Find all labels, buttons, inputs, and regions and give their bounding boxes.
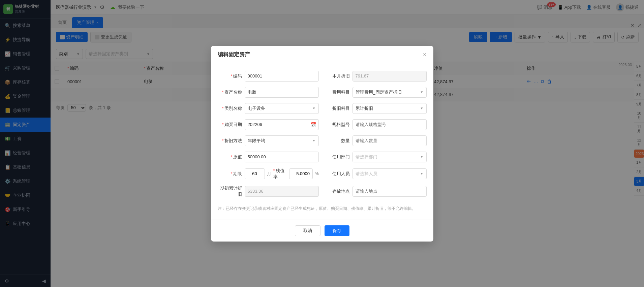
code-label: *编码: [218, 73, 245, 79]
spec-input[interactable]: [352, 119, 427, 130]
form-group-location: 存放地点: [326, 185, 427, 197]
category-label: *类别名称: [218, 105, 245, 111]
period-group: 月 *残值率 %: [245, 168, 319, 180]
category-select[interactable]: 电子设备 ▼: [245, 103, 319, 114]
category-arrow-icon: ▼: [312, 106, 316, 110]
user-arrow-icon: ▼: [420, 172, 424, 176]
modal-body: *编码 本月折旧 *资产名称 费用科目: [211, 64, 433, 220]
form-row-7: *期限 月 *残值率 % 使用人员 请选择人员: [218, 168, 427, 180]
dep-method-select[interactable]: 年限平均 ▼: [245, 135, 319, 146]
form-row-2: *资产名称 费用科目 管理费用_固定资产折旧 ▼: [218, 87, 427, 98]
department-label: 使用部门: [326, 154, 352, 160]
initial-accumulated-label: 期初累计折旧: [218, 185, 245, 197]
purchase-date-label: *购买日期: [218, 122, 245, 128]
modal-overlay: 编辑固定资产 × *编码 本月折旧: [0, 0, 644, 287]
period-input[interactable]: [245, 168, 265, 179]
dep-subject-label: 折旧科目: [326, 105, 352, 111]
form-group-asset-name: *资产名称: [218, 87, 319, 98]
form-group-original-value: *原值: [218, 152, 319, 162]
location-input[interactable]: [352, 186, 427, 197]
form-group-monthly-dep: 本月折旧: [326, 71, 427, 82]
residual-rate-input[interactable]: [289, 168, 313, 179]
dep-method-arrow-icon: ▼: [312, 139, 316, 142]
form-row-6: *原值 使用部门 请选择部门 ▼: [218, 152, 427, 162]
residual-unit: %: [315, 171, 319, 176]
modal-footer: 取消 保存: [211, 220, 433, 242]
purchase-date-wrapper: 📅: [245, 119, 319, 130]
user-label: 使用人员: [326, 171, 352, 177]
modal-title: 编辑固定资产: [218, 51, 250, 58]
purchase-date-input[interactable]: [245, 119, 319, 130]
form-group-dep-subject: 折旧科目 累计折旧 ▼: [326, 103, 427, 114]
department-arrow-icon: ▼: [420, 155, 424, 159]
form-group-quantity: 数量: [326, 135, 427, 146]
residual-rate-label: *残值率: [273, 168, 287, 180]
initial-accumulated-input: [245, 186, 319, 197]
form-group-purchase-date: *购买日期 📅: [218, 119, 319, 130]
form-group-dep-method: *折旧方法 年限平均 ▼: [218, 135, 319, 146]
form-group-department: 使用部门 请选择部门 ▼: [326, 152, 427, 162]
form-row-4: *购买日期 📅 规格型号: [218, 119, 427, 130]
form-row-3: *类别名称 电子设备 ▼ 折旧科目 累计折旧 ▼: [218, 103, 427, 114]
code-input[interactable]: [245, 71, 319, 82]
expense-subject-select[interactable]: 管理费用_固定资产折旧 ▼: [352, 87, 427, 98]
modal-note: 注：已经存在变更记录或者对应固定资产已经生成凭证，原值、购买日期、残值率、累计折…: [218, 203, 427, 213]
form-group-expense-subject: 费用科目 管理费用_固定资产折旧 ▼: [326, 87, 427, 98]
original-value-input[interactable]: [245, 152, 319, 162]
dep-subject-select[interactable]: 累计折旧 ▼: [352, 103, 427, 114]
form-group-category: *类别名称 电子设备 ▼: [218, 103, 319, 114]
monthly-dep-label: 本月折旧: [326, 73, 352, 79]
cancel-button[interactable]: 取消: [295, 225, 320, 236]
modal-header: 编辑固定资产 ×: [211, 46, 433, 64]
form-group-spec: 规格型号: [326, 119, 427, 130]
user-select[interactable]: 请选择人员 ▼: [352, 168, 427, 179]
form-row-5: *折旧方法 年限平均 ▼ 数量: [218, 135, 427, 146]
expense-subject-arrow-icon: ▼: [420, 90, 424, 94]
calendar-icon[interactable]: 📅: [310, 122, 316, 127]
save-button[interactable]: 保存: [325, 225, 349, 236]
quantity-label: 数量: [326, 138, 352, 144]
dep-subject-arrow-icon: ▼: [420, 106, 424, 110]
expense-subject-label: 费用科目: [326, 89, 352, 95]
monthly-dep-input: [352, 71, 427, 82]
original-value-label: *原值: [218, 154, 245, 160]
form-group-code: *编码: [218, 71, 319, 82]
modal-close-button[interactable]: ×: [423, 51, 427, 58]
location-label: 存放地点: [326, 188, 352, 194]
form-row-8: 期初累计折旧 存放地点: [218, 185, 427, 197]
quantity-input[interactable]: [352, 135, 427, 146]
form-group-initial-accumulated: 期初累计折旧: [218, 185, 319, 197]
asset-name-label: *资产名称: [218, 89, 245, 95]
period-label: *期限: [218, 171, 245, 177]
period-unit: 月: [267, 171, 271, 177]
department-select[interactable]: 请选择部门 ▼: [352, 152, 427, 162]
form-row-1: *编码 本月折旧: [218, 71, 427, 82]
edit-asset-modal: 编辑固定资产 × *编码 本月折旧: [211, 46, 433, 242]
form-group-user: 使用人员 请选择人员 ▼: [326, 168, 427, 180]
asset-name-input[interactable]: [245, 87, 319, 98]
dep-method-label: *折旧方法: [218, 138, 245, 144]
form-group-period: *期限 月 *残值率 %: [218, 168, 319, 180]
spec-label: 规格型号: [326, 122, 352, 128]
